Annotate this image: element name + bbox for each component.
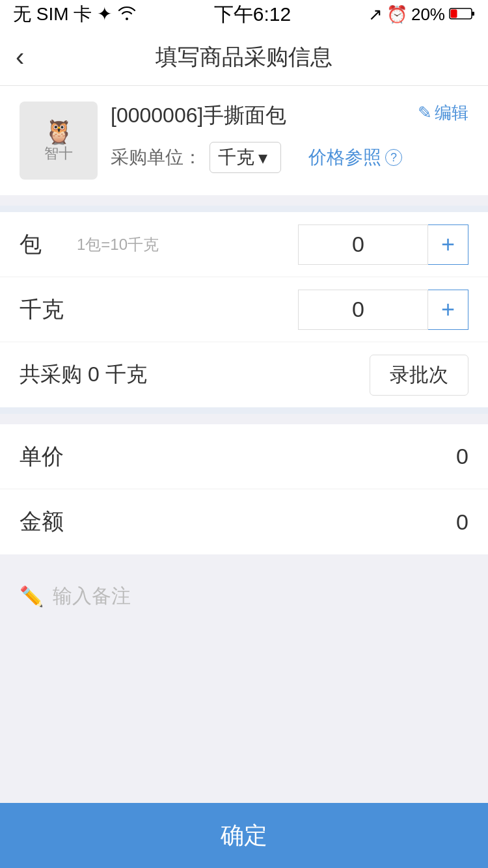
- battery-percent: 20%: [411, 5, 445, 25]
- status-bar: 无 SIM 卡 ✦ 下午6:12 ↗ ⏰ 20%: [0, 0, 488, 29]
- dropdown-icon: ▾: [258, 147, 267, 169]
- unit-select[interactable]: 千克 ▾: [210, 142, 281, 173]
- bag-label: 包: [20, 230, 72, 260]
- price-section: 单价 0 金额 0: [0, 424, 488, 554]
- battery-icon: [449, 5, 475, 25]
- svg-rect-1: [472, 12, 474, 16]
- brand-logo-text: 智十: [44, 146, 73, 161]
- input-section: 包 1包=10千克 + 千克 +: [0, 212, 488, 342]
- amount-value: 0: [456, 509, 468, 535]
- section-divider-2: [0, 407, 488, 414]
- confirm-button[interactable]: 确定: [0, 803, 488, 868]
- kg-quantity-input[interactable]: [298, 290, 428, 330]
- unit-price-value: 0: [456, 444, 468, 469]
- amount-row: 金额 0: [0, 489, 488, 554]
- sim-signal-text: 无 SIM 卡 ✦: [13, 2, 112, 27]
- edit-button[interactable]: ✎ 编辑: [418, 102, 468, 124]
- unit-price-row: 单价 0: [0, 424, 488, 489]
- price-reference-button[interactable]: 价格参照 ?: [308, 145, 402, 170]
- unit-value: 千克: [218, 145, 254, 170]
- status-left: 无 SIM 卡 ✦: [13, 2, 137, 27]
- kg-input-row: 千克 +: [0, 277, 488, 342]
- empty-space: [0, 628, 488, 823]
- remark-placeholder: 输入备注: [53, 583, 131, 610]
- alarm-icon: ⏰: [386, 5, 407, 25]
- product-name: [0000006]手撕面包: [111, 102, 286, 130]
- product-thumbnail: 🦉 智十: [20, 102, 98, 180]
- pencil-icon: ✏️: [20, 585, 44, 608]
- svg-rect-2: [451, 9, 457, 18]
- purchase-unit-label: 采购单位：: [111, 145, 202, 170]
- price-ref-icon: ?: [385, 149, 402, 166]
- section-divider-1: [0, 206, 488, 212]
- nav-bar: ‹ 填写商品采购信息: [0, 29, 488, 86]
- wifi-icon: [117, 4, 137, 25]
- kg-plus-button[interactable]: +: [428, 290, 468, 330]
- status-time: 下午6:12: [214, 1, 291, 28]
- bag-sublabel: 1包=10千克: [77, 234, 298, 255]
- back-button[interactable]: ‹: [16, 42, 24, 72]
- bag-input-row: 包 1包=10千克 +: [0, 212, 488, 277]
- unit-price-label: 单价: [20, 442, 64, 472]
- summary-text: 共采购 0 千克: [20, 360, 147, 389]
- kg-label: 千克: [20, 295, 72, 325]
- confirm-label: 确定: [221, 820, 267, 852]
- edit-icon: ✎: [418, 103, 432, 123]
- summary-section: 共采购 0 千克 录批次: [0, 342, 488, 407]
- location-icon: ↗: [368, 5, 383, 25]
- batch-record-button[interactable]: 录批次: [370, 355, 468, 396]
- page-title: 填写商品采购信息: [156, 42, 332, 72]
- bag-quantity-control: +: [298, 224, 468, 265]
- kg-quantity-control: +: [298, 290, 468, 330]
- status-right: ↗ ⏰ 20%: [368, 5, 475, 25]
- price-ref-label: 价格参照: [308, 145, 381, 170]
- remark-section[interactable]: ✏️ 输入备注: [0, 565, 488, 628]
- edit-label: 编辑: [435, 102, 468, 124]
- product-info: [0000006]手撕面包 ✎ 编辑 采购单位： 千克 ▾ 价格参照 ?: [111, 102, 468, 173]
- product-card: 🦉 智十 [0000006]手撕面包 ✎ 编辑 采购单位： 千克 ▾ 价格参照: [0, 86, 488, 195]
- bag-quantity-input[interactable]: [298, 224, 428, 265]
- brand-logo-owl: 🦉: [44, 120, 74, 144]
- amount-label: 金额: [20, 507, 64, 537]
- bag-plus-button[interactable]: +: [428, 224, 468, 265]
